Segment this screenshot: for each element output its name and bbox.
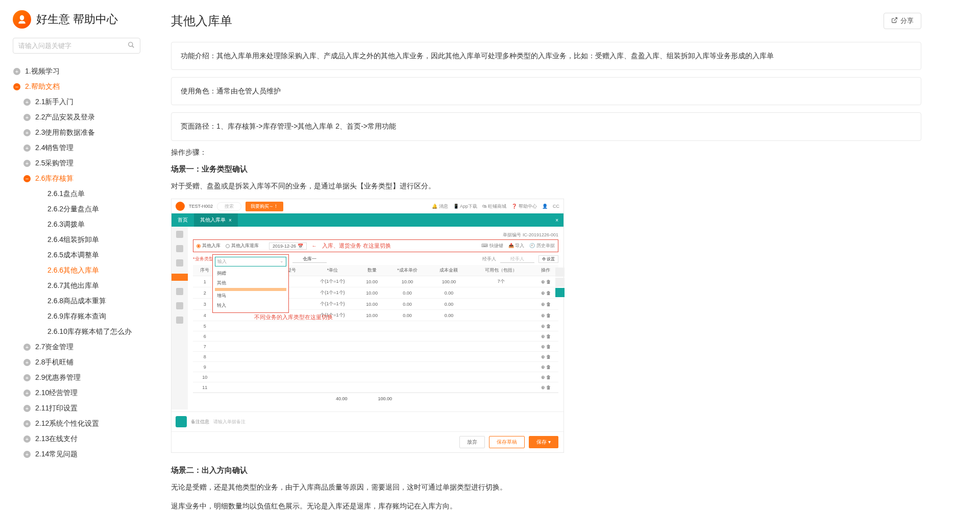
nav-leaf-2-6-9[interactable]: 2.6.9库存账本查询 xyxy=(35,309,140,324)
plus-icon: + xyxy=(23,113,31,122)
role-label: 使用角色： xyxy=(181,87,216,95)
scene1-title: 场景一：业务类型确认 xyxy=(171,164,921,174)
nav-item-2-4[interactable]: +2.4销售管理 xyxy=(23,140,140,156)
scene2-text1: 无论是受赠，还是其他类型的业务，由于入库商品质量等原因，需要退回，这时可通过单据… xyxy=(171,480,921,494)
ss-type-row: 其他入库 其他入库退库 2019-12-26 📅 ← 入库、退货业务 在这里切换… xyxy=(193,239,558,252)
minus-icon: − xyxy=(23,175,31,183)
nav-leaf-2-6-8[interactable]: 2.6.8商品成本重算 xyxy=(35,294,140,309)
nav-item-2-13[interactable]: +2.13在线支付 xyxy=(23,431,140,447)
role-text: 通常由仓管人员维护 xyxy=(216,87,281,95)
ss-trial-btn: 我要购买～！ xyxy=(246,202,283,211)
ss-btn-save: 保存 ▾ xyxy=(529,436,558,448)
search-icon[interactable] xyxy=(128,41,135,50)
ss-remark-label: 备注信息 xyxy=(191,419,209,425)
nav-leaf-2-6-4[interactable]: 2.6.4组装拆卸单 xyxy=(35,232,140,248)
remark-icon xyxy=(176,416,187,427)
ss-annot2: 不同业务的入库类型在这里切换 xyxy=(254,313,333,321)
nav-item-2-6[interactable]: −2.6库存核算 xyxy=(23,171,140,186)
nav-leaf-2-6-1[interactable]: 2.6.1盘点单 xyxy=(35,186,140,202)
nav-item-2-9[interactable]: +2.9优惠券管理 xyxy=(23,370,140,385)
search-input[interactable] xyxy=(18,42,128,50)
ss-toolbar: 单据编号 IC-20191226-001 xyxy=(193,231,558,239)
nav-item-2-8[interactable]: +2.8手机旺铺 xyxy=(23,355,140,370)
nav-leaf-2-6-5[interactable]: 2.6.5成本调整单 xyxy=(35,248,140,263)
plus-icon: + xyxy=(23,343,31,351)
role-box: 使用角色：通常由仓管人员维护 xyxy=(171,77,921,105)
ss-nav-icon xyxy=(176,302,183,309)
ss-operator-input: 经手人 xyxy=(500,256,534,263)
ss-dd-item: 增马 xyxy=(215,291,286,301)
nav-item-2-3[interactable]: +2.3使用前数据准备 xyxy=(23,125,140,140)
nav-leaf-2-6-10[interactable]: 2.6.10库存账本错了怎么办 xyxy=(35,324,140,339)
ss-docno: 单据编号 IC-20191226-001 xyxy=(503,232,558,238)
svg-point-0 xyxy=(129,42,133,46)
ss-search-ph: 搜索 xyxy=(217,202,241,211)
ss-total-qty: 40.00 xyxy=(336,396,348,401)
ss-nav-icon xyxy=(176,317,183,324)
sidebar: 好生意 帮助中心 +1.视频学习 −2.帮助文档 +2.1新手入门 +2.2产品… xyxy=(0,0,151,510)
ss-top-right: 🔔 消息 📱 App下载 🛍 旺铺商城 ❓ 帮助中心 👤 CC xyxy=(432,203,559,210)
brand-title: 好生意 帮助中心 xyxy=(36,12,118,27)
intro-box: 功能介绍：其他入库单用来处理除采购入库、产成品入库之外的其他入库业务，因此其他入… xyxy=(171,42,921,70)
nav-leaf-2-6-6[interactable]: 2.6.6其他入库单 xyxy=(35,263,140,278)
ss-nav-icon xyxy=(176,288,183,295)
plus-icon: + xyxy=(23,389,31,397)
tool-icon xyxy=(555,288,565,297)
ss-tab-doc: 其他入库单 × xyxy=(194,213,238,227)
embedded-screenshot: TEST-H002 搜索 我要购买～！ 🔔 消息 📱 App下载 🛍 旺铺商城 … xyxy=(171,199,564,453)
nav-item-video[interactable]: +1.视频学习 xyxy=(13,64,140,79)
brand-row: 好生意 帮助中心 xyxy=(13,10,140,29)
nav-item-2-2[interactable]: +2.2产品安装及登录 xyxy=(23,110,140,125)
nav-item-2-5[interactable]: +2.5采购管理 xyxy=(23,156,140,171)
tool-icon xyxy=(555,278,565,287)
ss-btn-draft: 保存草稿 xyxy=(489,436,525,448)
nav-leaf-2-6-3[interactable]: 2.6.3调拨单 xyxy=(35,217,140,232)
nav-item-2-7[interactable]: +2.7资金管理 xyxy=(23,339,140,355)
path-box: 页面路径：1、库存核算->库存管理->其他入库单 2、首页->常用功能 xyxy=(171,112,921,140)
ss-radio-in: 其他入库 xyxy=(197,242,220,249)
plus-icon: + xyxy=(13,67,21,76)
nav-leaf-2-6-2[interactable]: 2.6.2分量盘点单 xyxy=(35,202,140,217)
plus-icon: + xyxy=(23,404,31,412)
svg-line-2 xyxy=(894,18,897,21)
ss-msg: 🔔 消息 xyxy=(432,203,448,210)
plus-icon: + xyxy=(23,144,31,152)
ss-totals: 40.00 100.00 xyxy=(193,393,558,404)
scene1-text: 对于受赠、盘盈或是拆装入库等不同的业务，是通过单据头【业务类型】进行区分。 xyxy=(171,179,921,193)
ss-remark-row: 备注信息 请输入单据备注 xyxy=(172,411,564,431)
plus-icon: + xyxy=(23,374,31,382)
ss-date: 2019-12-26 📅 xyxy=(269,242,307,250)
nav-tree: +1.视频学习 −2.帮助文档 +2.1新手入门 +2.2产品安装及登录 +2.… xyxy=(13,64,140,462)
nav-item-2-12[interactable]: +2.12系统个性化设置 xyxy=(23,416,140,431)
nav-item-2-11[interactable]: +2.11打印设置 xyxy=(23,401,140,416)
ss-nav-icon xyxy=(176,245,183,252)
nav-item-2-10[interactable]: +2.10经营管理 xyxy=(23,385,140,401)
plus-icon: + xyxy=(23,98,31,106)
ss-annot1: 入库、退货业务 在这里切换 xyxy=(322,242,391,250)
ss-avatar-icon: 👤 xyxy=(542,204,548,209)
table-row: 11⊕ 🗑 xyxy=(193,382,558,393)
arrow-icon: ← xyxy=(312,243,317,249)
ss-tool-quick: ⌨ 快捷键 xyxy=(481,242,503,249)
ss-gear-icon: ⚙ 设置 xyxy=(538,255,558,263)
ss-tool-import: 📥 导入 xyxy=(508,242,525,249)
ss-dd-item: 其他 xyxy=(215,278,286,288)
ss-topbar: TEST-H002 搜索 我要购买～！ 🔔 消息 📱 App下载 🛍 旺铺商城 … xyxy=(172,199,564,213)
search-box[interactable] xyxy=(13,38,140,54)
scene2-title: 场景二：出入方向确认 xyxy=(171,466,921,475)
nav-leaf-2-6-7[interactable]: 2.6.7其他出库单 xyxy=(35,278,140,294)
nav-item-2-14[interactable]: +2.14常见问题 xyxy=(23,447,140,462)
ss-dd-item: 捐赠 xyxy=(215,269,286,278)
ss-tool-history: 🕘 历史单据 xyxy=(529,242,555,249)
ss-total-amt: 100.00 xyxy=(378,396,393,401)
ss-shop: 🛍 旺铺商城 xyxy=(482,203,507,210)
ss-tab-home: 首页 xyxy=(172,213,194,227)
nav-item-docs[interactable]: −2.帮助文档 xyxy=(13,79,140,94)
ss-field-biz: *业务类型 xyxy=(193,256,213,262)
nav-item-2-1[interactable]: +2.1新手入门 xyxy=(23,94,140,110)
table-row: 6⊕ 🗑 xyxy=(193,331,558,342)
title-row: 其他入库单 分享 xyxy=(171,13,921,29)
share-button[interactable]: 分享 xyxy=(884,13,921,29)
brand-logo-icon xyxy=(13,10,31,29)
table-row: 10⊕ 🗑 xyxy=(193,372,558,382)
